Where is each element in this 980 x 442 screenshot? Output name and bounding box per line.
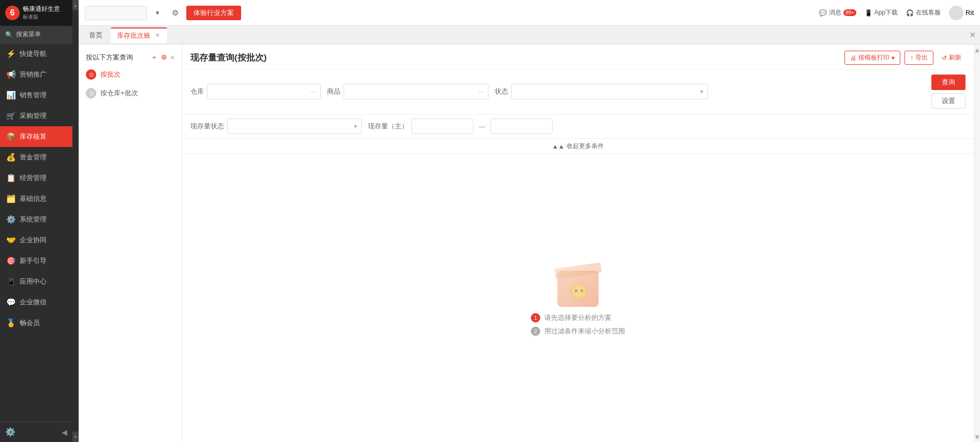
right-scrollbar: ▲ ▼ (974, 45, 980, 442)
sidebar-item-finance[interactable]: 💰 资金管理 (0, 147, 72, 168)
print-dropdown-icon[interactable]: ▾ (892, 54, 895, 62)
status-select[interactable]: ▾ (511, 84, 708, 99)
empty-illustration: 😶 (552, 260, 604, 307)
newbie-icon: 🎯 (6, 256, 16, 266)
warehouse-label: 仓库 (190, 87, 204, 96)
filter-row-2: 现存量状态 ▾ 现存量（主） — (182, 114, 974, 139)
page-header-actions: 🖨 按模板打印 ▾ ↑ 导出 ↺ 刷新 (844, 51, 966, 65)
query-btn[interactable]: 查询 (931, 75, 966, 90)
settings-filter-btn[interactable]: ⊕ (161, 53, 167, 62)
sidebar-nav: ⚡ 快捷导航 📢 营销推广 📊 销售管理 🛒 采购管理 📦 库存核算 💰 资金管… (0, 43, 72, 421)
settings-icon[interactable]: ⚙️ (5, 427, 16, 437)
scroll-right-up[interactable]: ▲ (974, 45, 980, 55)
user-name: Rit (966, 9, 974, 17)
scroll-down-btn[interactable]: ▼ (72, 432, 79, 442)
sidebar-item-marketing[interactable]: 📢 营销推广 (0, 64, 72, 85)
app-edition: 标准版 (23, 13, 60, 21)
sidebar-scroll-track: ▲ ▼ (72, 0, 79, 442)
batch-icon: ⊙ (86, 69, 96, 80)
warehouse-filter-group: 仓库 ··· (190, 84, 321, 99)
print-btn[interactable]: 🖨 按模板打印 ▾ (844, 51, 900, 65)
user-menu[interactable]: Rit (949, 6, 974, 20)
messages-badge: 99+ (843, 9, 856, 16)
topbar-gear-btn[interactable]: ⚙ (168, 6, 182, 20)
messages-btn[interactable]: 💬 消息 99+ (819, 8, 856, 17)
cooperation-icon: 🤝 (6, 235, 16, 245)
export-icon: ↑ (910, 54, 913, 62)
product-label: 商品 (327, 87, 340, 96)
collapse-row: ▲▲ 收起更多条件 (182, 139, 974, 154)
tab-batch-account[interactable]: 库存批次账 ✕ (111, 27, 167, 43)
warehouse-more-icon[interactable]: ··· (311, 88, 316, 95)
main-area: ▾ ⚙ 体验行业方案 💬 消息 99+ 📱 App下载 🎧 在线客服 Rit (79, 0, 980, 442)
status-filter-group: 状态 ▾ (495, 84, 708, 99)
right-content: 现存量查询(按批次) 🖨 按模板打印 ▾ ↑ 导出 ↺ 刷新 (182, 45, 974, 442)
sidebar-item-basics[interactable]: 🗂️ 基础信息 (0, 188, 72, 209)
sidebar-item-apps[interactable]: 📱 应用中心 (0, 271, 72, 292)
print-icon: 🖨 (850, 54, 856, 62)
warehouse-batch-icon: ⊙ (86, 88, 96, 98)
system-icon: ⚙️ (6, 215, 16, 224)
filter-by-batch[interactable]: ⊙ 按批次 (79, 65, 182, 84)
empty-hint-2: 2 用过滤条件来缩小分析范围 (531, 327, 625, 336)
warehouse-input[interactable]: ··· (207, 84, 321, 99)
online-service-btn[interactable]: 🎧 在线客服 (906, 8, 941, 17)
sidebar-item-purchase[interactable]: 🛒 采购管理 (0, 106, 72, 126)
filter-actions: ＋ ⊕ « (151, 53, 174, 62)
sidebar-footer: ⚙️ ◀ (0, 421, 72, 442)
sidebar: 6 畅康通好生意 标准版 🔍 搜索菜单 ⚡ 快捷导航 📢 营销推广 📊 销售管理… (0, 0, 72, 442)
app-download-icon: 📱 (865, 9, 872, 17)
empty-box: 😶 (557, 271, 599, 307)
refresh-btn[interactable]: ↺ 刷新 (938, 51, 966, 64)
export-btn[interactable]: ↑ 导出 (904, 51, 933, 65)
left-filter-panel: 按以下方案查询 ＋ ⊕ « ⊙ 按批次 ⊙ 按仓库+批次 (79, 45, 182, 442)
marketing-icon: 📢 (6, 70, 16, 79)
search-menu[interactable]: 🔍 搜索菜单 (0, 26, 72, 43)
add-filter-btn[interactable]: ＋ (151, 53, 158, 62)
empty-hints: 1 请先选择要分析的方案 2 用过滤条件来缩小分析范围 (531, 313, 625, 336)
topbar-search-box (85, 6, 147, 20)
sidebar-item-sales[interactable]: 📊 销售管理 (0, 85, 72, 106)
tab-close-btn[interactable]: ✕ (154, 32, 161, 39)
settings-btn[interactable]: 设置 (931, 93, 966, 109)
wechat-icon: 💬 (6, 298, 16, 307)
collapse-more-btn[interactable]: ▲▲ 收起更多条件 (552, 142, 604, 151)
stock-qty-filter-group: 现存量（主） — (368, 119, 553, 134)
empty-state: 😶 1 请先选择要分析的方案 2 用过滤条件来缩小分析范围 (182, 154, 974, 442)
sidebar-item-newbie[interactable]: 🎯 新手引导 (0, 251, 72, 271)
sidebar-item-wechat[interactable]: 💬 企业微信 (0, 292, 72, 313)
sidebar-item-system[interactable]: ⚙️ 系统管理 (0, 209, 72, 230)
filter-section-title: 按以下方案查询 ＋ ⊕ « (79, 50, 182, 65)
sidebar-item-cooperation[interactable]: 🤝 企业协同 (0, 230, 72, 251)
topbar-dropdown-btn[interactable]: ▾ (151, 6, 164, 20)
stock-qty-end[interactable] (491, 119, 553, 134)
sidebar-item-operations[interactable]: 📋 经营管理 (0, 168, 72, 188)
trial-btn[interactable]: 体验行业方案 (186, 6, 241, 20)
collapse-filter-btn[interactable]: « (170, 53, 174, 62)
topbar-right: 💬 消息 99+ 📱 App下载 🎧 在线客服 Rit (819, 6, 974, 20)
scroll-up-btn[interactable]: ▲ (72, 0, 79, 10)
user-avatar (949, 6, 963, 20)
product-more-icon[interactable]: ··· (479, 88, 484, 95)
app-download-btn[interactable]: 📱 App下载 (865, 8, 898, 17)
stock-status-dropdown-icon: ▾ (354, 123, 357, 130)
collapse-sidebar-icon[interactable]: ◀ (62, 428, 67, 436)
stock-qty-start[interactable] (411, 119, 473, 134)
tab-home[interactable]: 首页 (83, 27, 109, 43)
member-icon: 🏅 (6, 318, 16, 328)
stock-status-select[interactable]: ▾ (227, 119, 362, 134)
scroll-right-down[interactable]: ▼ (974, 432, 980, 442)
sidebar-item-member[interactable]: 🏅 畅会员 (0, 313, 72, 333)
service-icon: 🎧 (906, 9, 914, 17)
apps-icon: 📱 (6, 277, 16, 286)
refresh-icon: ↺ (942, 54, 947, 62)
product-filter-group: 商品 ··· (327, 84, 488, 99)
product-input[interactable]: ··· (344, 84, 488, 99)
status-dropdown-icon: ▾ (700, 88, 703, 95)
sidebar-item-inventory[interactable]: 📦 库存核算 (0, 126, 72, 147)
sidebar-item-quick-nav[interactable]: ⚡ 快捷导航 (0, 43, 72, 64)
tabbar-close-all-btn[interactable]: ✕ (969, 30, 976, 40)
sidebar-header: 6 畅康通好生意 标准版 (0, 0, 72, 26)
filter-by-warehouse-batch[interactable]: ⊙ 按仓库+批次 (79, 84, 182, 102)
stock-qty-dash: — (479, 123, 485, 130)
